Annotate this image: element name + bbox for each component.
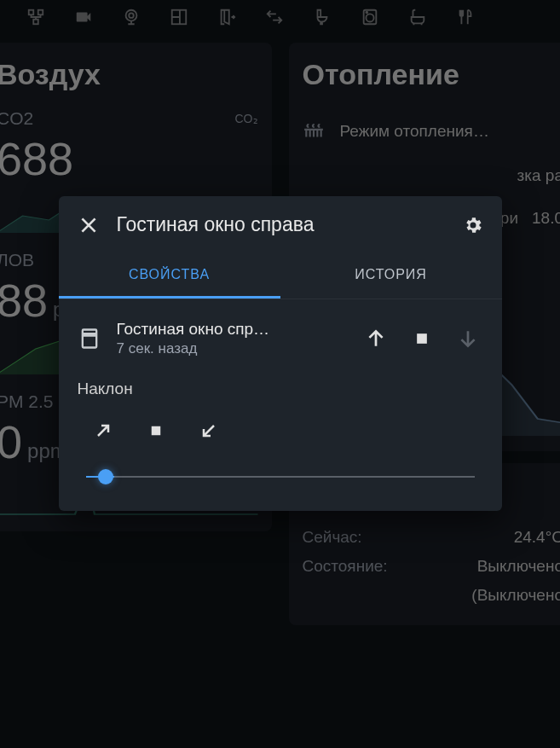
window-icon	[78, 327, 101, 351]
gear-icon[interactable]	[463, 215, 483, 235]
tilt-controls	[78, 415, 483, 446]
tilt-open-button[interactable]	[88, 415, 118, 446]
open-up-button[interactable]	[361, 323, 391, 354]
entity-updated: 7 сек. назад	[117, 340, 345, 357]
tab-history[interactable]: ИСТОРИЯ	[280, 253, 502, 299]
slider-thumb[interactable]	[98, 469, 113, 484]
tilt-label: Наклон	[78, 380, 483, 398]
svg-rect-9	[82, 330, 95, 348]
tilt-slider[interactable]	[78, 468, 483, 485]
window-control-modal: Гостиная окно справа СВОЙСТВА ИСТОРИЯ Го…	[59, 196, 502, 511]
modal-backdrop[interactable]: Гостиная окно справа СВОЙСТВА ИСТОРИЯ Го…	[0, 0, 560, 748]
entity-name: Гостиная окно спр…	[117, 320, 345, 339]
stop-button[interactable]	[407, 323, 437, 354]
tilt-close-button[interactable]	[193, 415, 224, 446]
svg-rect-10	[417, 333, 427, 344]
svg-rect-11	[151, 426, 160, 436]
tabs: СВОЙСТВА ИСТОРИЯ	[59, 253, 502, 299]
close-down-button[interactable]	[453, 323, 483, 354]
tilt-stop-button[interactable]	[141, 415, 171, 446]
close-icon[interactable]	[78, 214, 100, 236]
modal-title: Гостиная окно справа	[117, 213, 446, 236]
tab-properties[interactable]: СВОЙСТВА	[59, 253, 280, 299]
entity-row: Гостиная окно спр… 7 сек. назад	[78, 320, 483, 357]
